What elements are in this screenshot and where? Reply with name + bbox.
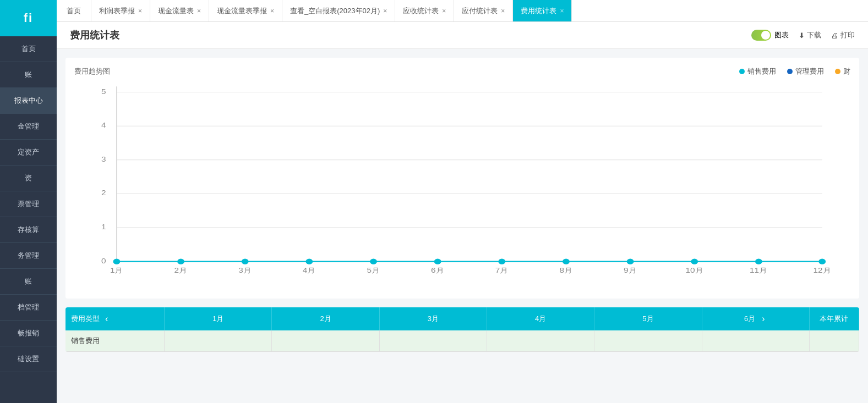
tab-payable[interactable]: 应付统计表 ×	[454, 0, 513, 22]
sidebar-logo: fi	[0, 0, 57, 36]
th-month-2: 2月	[272, 307, 379, 330]
svg-text:7月: 7月	[495, 267, 509, 274]
legend-management: 管理费用	[787, 67, 824, 76]
svg-text:9月: 9月	[624, 267, 637, 274]
sidebar-item-home[interactable]: 首页	[0, 36, 57, 62]
tab-cashflow[interactable]: 现金流量表 ×	[150, 0, 209, 22]
svg-point-34	[627, 259, 634, 264]
svg-point-28	[242, 259, 249, 264]
th-month-5: 5月	[594, 307, 702, 330]
tab-close-payable[interactable]: ×	[501, 7, 505, 15]
th-type-label: 费用类型	[71, 314, 100, 324]
td-m2	[272, 330, 379, 351]
sidebar-item-invoice[interactable]: 票管理	[0, 191, 57, 217]
svg-point-26	[113, 259, 121, 264]
svg-point-37	[818, 259, 826, 264]
chart-title: 费用趋势图	[74, 67, 110, 76]
sidebar-item-ledger[interactable]: 账	[0, 269, 57, 295]
sidebar-item-reports[interactable]: 报表中心	[0, 88, 57, 114]
tab-home[interactable]: 首页	[57, 0, 91, 22]
chart-toggle-label: 图表	[774, 30, 789, 40]
chart-container: 费用趋势图 销售费用 管理费用 财	[65, 58, 859, 299]
svg-point-31	[434, 259, 441, 264]
svg-text:11月: 11月	[750, 267, 768, 274]
sidebar-item-capital[interactable]: 资	[0, 165, 57, 191]
download-button[interactable]: ⬇ 下载	[799, 30, 821, 40]
svg-point-32	[498, 259, 505, 264]
legend-dot-management	[787, 69, 793, 74]
print-button[interactable]: 🖨 打印	[831, 30, 855, 40]
header-actions: 图表 ⬇ 下载 🖨 打印	[751, 30, 855, 41]
chart-svg: 0 1 2 3 4 5 1月 2月 3月	[74, 81, 850, 290]
svg-point-33	[563, 259, 570, 264]
svg-point-36	[755, 259, 762, 264]
td-m1	[165, 330, 272, 351]
td-total	[810, 330, 859, 351]
th-total: 本年累计	[810, 307, 859, 330]
tab-close-cashflow-quarterly[interactable]: ×	[270, 7, 274, 15]
sidebar-item-settings[interactable]: 础设置	[0, 346, 57, 372]
sidebar-item-fixed-assets[interactable]: 定资产	[0, 140, 57, 165]
sidebar-item-cash[interactable]: 金管理	[0, 114, 57, 140]
expense-table: 费用类型 ‹ 1月 2月 3月 4月 5月 6月 › 本年累计 销售费用	[65, 307, 859, 352]
tab-close-cashflow[interactable]: ×	[197, 7, 201, 15]
chart-toggle[interactable]	[751, 30, 771, 41]
print-icon: 🖨	[831, 31, 838, 40]
svg-text:4: 4	[101, 122, 106, 129]
sidebar-item-account[interactable]: 账	[0, 62, 57, 88]
prev-arrow[interactable]: ‹	[103, 314, 110, 324]
legend-dot-finance	[835, 69, 840, 74]
svg-text:4月: 4月	[303, 267, 316, 274]
tab-receivable[interactable]: 应收统计表 ×	[395, 0, 454, 22]
content-area: 费用统计表 图表 ⬇ 下载 🖨 打印 费用趋势图	[57, 22, 868, 403]
td-m6	[702, 330, 810, 351]
sidebar-item-service[interactable]: 务管理	[0, 243, 57, 269]
svg-point-27	[177, 259, 184, 264]
sidebar: fi 首页 账 报表中心 金管理 定资产 资 票管理 存核算 务管理 账 档管理…	[0, 0, 57, 403]
print-label: 打印	[840, 30, 855, 40]
svg-text:0: 0	[101, 257, 106, 264]
tab-blank-report[interactable]: 查看_空白报表(2023年02月) ×	[282, 0, 395, 22]
tab-close-blank-report[interactable]: ×	[383, 7, 387, 15]
svg-text:5: 5	[101, 87, 106, 95]
tab-expense-stats[interactable]: 费用统计表 ×	[513, 0, 572, 22]
svg-text:2: 2	[101, 189, 106, 197]
legend-label-sales: 销售费用	[747, 67, 776, 76]
tab-close-receivable[interactable]: ×	[442, 7, 446, 15]
tab-cashflow-quarterly[interactable]: 现金流量表季报 ×	[209, 0, 282, 22]
sidebar-item-expense[interactable]: 畅报销	[0, 321, 57, 346]
page-header: 费用统计表 图表 ⬇ 下载 🖨 打印	[57, 22, 868, 49]
svg-point-29	[305, 259, 313, 264]
main-area: 首页 利润表季报 × 现金流量表 × 现金流量表季报 × 查看_空白报表(202…	[57, 0, 868, 403]
sidebar-item-inventory[interactable]: 存核算	[0, 217, 57, 243]
svg-point-35	[691, 259, 698, 264]
chart-toggle-wrap: 图表	[751, 30, 789, 41]
legend-label-finance: 财	[843, 67, 850, 76]
svg-text:6月: 6月	[431, 267, 444, 274]
download-label: 下载	[807, 30, 821, 40]
legend-sales: 销售费用	[739, 67, 776, 76]
svg-text:5月: 5月	[367, 267, 380, 274]
th-month-3: 3月	[380, 307, 487, 330]
td-type: 销售费用	[65, 330, 165, 351]
tab-bar: 首页 利润表季报 × 现金流量表 × 现金流量表季报 × 查看_空白报表(202…	[57, 0, 868, 22]
legend-label-management: 管理费用	[795, 67, 824, 76]
tab-close-profit-quarterly[interactable]: ×	[138, 7, 142, 15]
svg-text:3: 3	[101, 155, 106, 163]
legend-finance: 财	[835, 67, 850, 76]
download-icon: ⬇	[799, 31, 805, 40]
th-month-6: 6月 ›	[702, 307, 810, 330]
svg-point-30	[370, 259, 377, 264]
tab-profit-quarterly[interactable]: 利润表季报 ×	[91, 0, 150, 22]
th-month-1: 1月	[165, 307, 272, 330]
td-m5	[594, 330, 702, 351]
svg-text:2月: 2月	[174, 267, 188, 274]
table-header-row: 费用类型 ‹ 1月 2月 3月 4月 5月 6月 › 本年累计	[65, 307, 859, 330]
svg-text:1: 1	[101, 223, 106, 231]
svg-text:3月: 3月	[238, 267, 252, 274]
tab-close-expense-stats[interactable]: ×	[560, 7, 564, 15]
sidebar-item-archive[interactable]: 档管理	[0, 295, 57, 321]
td-m4	[487, 330, 594, 351]
td-m3	[380, 330, 487, 351]
next-arrow[interactable]: ›	[760, 314, 767, 324]
